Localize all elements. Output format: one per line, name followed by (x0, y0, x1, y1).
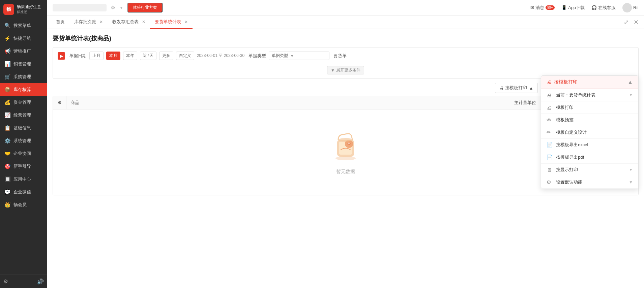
sidebar-item-system[interactable]: ⚙️ 系统管理 (0, 134, 47, 147)
dropdown-export-excel[interactable]: 📄 按模板导出excel (541, 139, 638, 151)
sidebar-item-search[interactable]: 🔍 搜索菜单 (0, 19, 47, 32)
export-pdf-icon: 📄 (547, 154, 553, 160)
date-current-month-btn[interactable]: 本月 (106, 52, 120, 60)
tab-home[interactable]: 首页 (51, 15, 69, 29)
dropdown-template-print[interactable]: 🖨 模板打印 (541, 101, 638, 114)
trial-button[interactable]: 体验行业方案 (127, 3, 163, 12)
user-avatar-area[interactable]: Rit (622, 3, 639, 12)
template-preview-icon: 👁 (547, 117, 553, 123)
operations-icon: 📈 (4, 112, 11, 118)
sidebar-nav: ⚡ 快捷导航 📢 营销推广 📊 销售管理 🛒 采购管理 📦 库存核算 💰 资金管… (0, 32, 47, 275)
inventory-icon: 📦 (4, 87, 11, 93)
template-print-icon: 🖨 (547, 105, 553, 110)
dropdown-template-design[interactable]: ✏ 模板自定义设计 (541, 126, 638, 139)
tabs-close-icon[interactable]: ✕ (632, 17, 640, 27)
sidebar-item-marketing[interactable]: 📢 营销推广 (0, 45, 47, 58)
dropdown-export-pdf[interactable]: 📄 按模板导出pdf (541, 151, 638, 164)
display-print-arrow: ▼ (629, 167, 633, 172)
tabs-maximize-icon[interactable]: ⤢ (622, 17, 630, 27)
topbar-nav-arrow: ▼ (119, 5, 123, 10)
svg-point-0 (335, 156, 356, 160)
app-download-button[interactable]: 📱 App下载 (561, 5, 585, 11)
sidebar-item-purchase[interactable]: 🛒 采购管理 (0, 70, 47, 83)
date-current-year-btn[interactable]: 本年 (123, 52, 137, 60)
app-name: 畅康通好生意 (17, 4, 41, 10)
sidebar-item-finance[interactable]: 💰 资金管理 (0, 96, 47, 109)
avatar (622, 3, 632, 12)
sidebar-item-basics[interactable]: 📋 基础信息 (0, 122, 47, 134)
topbar-gear-icon[interactable]: ⚙ (111, 4, 115, 11)
doctype-select-arrow: ▼ (290, 54, 294, 58)
expand-icon: ▼ (331, 68, 335, 73)
tab-batch-account[interactable]: 库存批次账 ✕ (69, 15, 108, 29)
purchase-icon: 🛒 (4, 74, 11, 80)
app-download-icon: 📱 (561, 5, 567, 10)
online-service-icon: 🎧 (591, 5, 597, 10)
filter-toggle-icon[interactable]: ▶ (58, 52, 65, 60)
topbar-right: ✉ 消息 99+ 📱 App下载 🎧 在线客服 Rit (530, 3, 639, 12)
sidebar-logo: 畅 畅康通好生意 标准版 (0, 0, 47, 19)
doctype-filter-label: 单据类型 (248, 53, 266, 59)
sidebar-item-collab[interactable]: 🤝 企业协同 (0, 147, 47, 160)
dropdown-template-preview[interactable]: 👁 模板预览 (541, 114, 638, 126)
sidebar-settings-icon[interactable]: ⚙ (3, 278, 8, 285)
dropdown-header: 🖨 按模板打印 ▲ (541, 76, 638, 89)
sidebar-item-wechat[interactable]: 💬 企业微信 (0, 186, 47, 198)
app-edition: 标准版 (17, 10, 41, 14)
date-more-btn[interactable]: 更多 (159, 52, 173, 60)
date-prev-month-btn[interactable]: 上月 (89, 52, 104, 60)
sidebar-item-guide[interactable]: 🎯 新手引导 (0, 160, 47, 173)
filter-expand-left: ▶ (58, 52, 65, 60)
print-template-btn[interactable]: 🖨 按模板打印 ▲ (495, 83, 538, 93)
tab-order-stats-close[interactable]: ✕ (184, 20, 188, 24)
sidebar-item-operations[interactable]: 📈 经营管理 (0, 109, 47, 122)
topbar-search-input[interactable] (53, 4, 107, 11)
basics-icon: 📋 (4, 125, 11, 131)
tab-collection-summary-close[interactable]: ✕ (142, 20, 145, 24)
settings-col-icon[interactable]: ⚙ (58, 100, 62, 105)
online-service-button[interactable]: 🎧 在线客服 (591, 5, 616, 11)
sidebar-item-sales[interactable]: 📊 销售管理 (0, 58, 47, 70)
member-icon: 👑 (4, 202, 11, 208)
order-category-label: 要货单 (333, 53, 347, 59)
sidebar-sound-icon[interactable]: 🔊 (37, 278, 44, 285)
messages-button[interactable]: ✉ 消息 99+ (530, 5, 555, 11)
date-filter-section: 单据日期 上月 本月 本年 近7天 更多 自定义 2023-06-01 至 20… (69, 52, 244, 60)
current-template-icon: 🖨 (547, 92, 553, 98)
tab-batch-account-close[interactable]: ✕ (99, 20, 103, 24)
sidebar-item-apps[interactable]: 🔲 应用中心 (0, 173, 47, 186)
apps-icon: 🔲 (4, 176, 11, 182)
dropdown-display-print[interactable]: 🖥 按显示打印 ▼ (541, 164, 638, 176)
sidebar-item-member[interactable]: 👑 畅会员 (0, 198, 47, 211)
date-7days-btn[interactable]: 近7天 (140, 52, 156, 60)
dropdown-current-template[interactable]: 🖨 当前：要货单统计表 ▼ (541, 89, 638, 101)
main-area: ⚙ ▼ 体验行业方案 ✉ 消息 99+ 📱 App下载 🎧 在线客服 Rit (47, 0, 644, 288)
export-excel-icon: 📄 (547, 142, 553, 148)
print-arrow: ▲ (529, 86, 533, 91)
template-design-icon: ✏ (547, 129, 553, 135)
wechat-icon: 💬 (4, 189, 11, 195)
messages-badge: 99+ (546, 5, 555, 10)
topbar: ⚙ ▼ 体验行业方案 ✉ 消息 99+ 📱 App下载 🎧 在线客服 Rit (47, 0, 644, 15)
empty-illustration (329, 130, 362, 163)
doctype-filter-section: 单据类型 单据类型 ▼ (248, 52, 329, 60)
guide-icon: 🎯 (4, 163, 11, 169)
app-logo-icon: 畅 (3, 4, 14, 15)
date-custom-btn[interactable]: 自定义 (176, 52, 194, 60)
expand-row: ▼ 展开更多条件 (58, 66, 634, 74)
dropdown-set-default[interactable]: ⚙ 设置默认功能 ▼ (541, 176, 638, 189)
sidebar-item-inventory[interactable]: 📦 库存核算 (0, 83, 47, 96)
date-filter-label: 单据日期 (69, 53, 87, 59)
svg-point-6 (338, 138, 353, 141)
dropdown-menu: 🖨 按模板打印 ▲ 🖨 当前：要货单统计表 ▼ 🖨 模板打印 👁 模板预览 ✏ (541, 75, 639, 189)
doctype-select[interactable]: 单据类型 ▼ (269, 52, 329, 60)
marketing-icon: 📢 (4, 48, 11, 54)
empty-text: 暂无数据 (336, 169, 355, 175)
tab-order-stats[interactable]: 要货单统计表 ✕ (150, 15, 193, 29)
dropdown-close-btn[interactable]: ▲ (627, 79, 633, 85)
sidebar-item-quick-nav[interactable]: ⚡ 快捷导航 (0, 32, 47, 45)
expand-more-conditions-btn[interactable]: ▼ 展开更多条件 (327, 66, 364, 74)
tabs-right: ⤢ ✕ (622, 17, 640, 27)
tab-collection-summary[interactable]: 收发存汇总表 ✕ (108, 15, 150, 29)
dropdown-title-area: 🖨 按模板打印 (547, 79, 578, 85)
